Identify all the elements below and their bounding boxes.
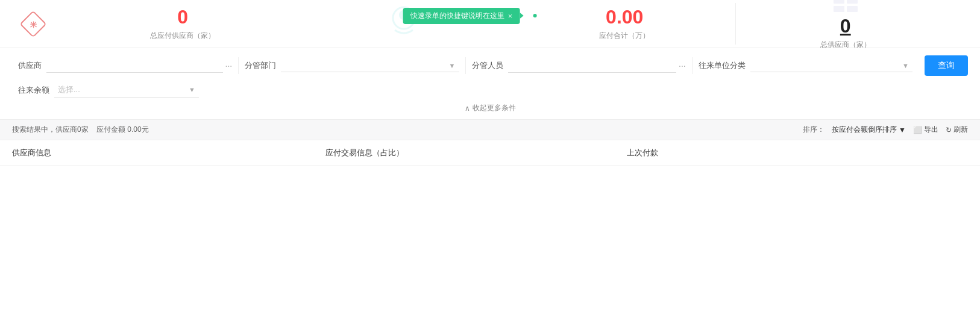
- refresh-icon: ↻: [946, 126, 952, 134]
- supplier-input[interactable]: [46, 58, 223, 73]
- refresh-button[interactable]: ↻ 刷新: [946, 125, 968, 135]
- stat-label-payable-total: 应付合计（万）: [599, 31, 650, 41]
- filter-bar: 供应商 ··· 分管部门 ▼ 分管人员 ··· 往来单位分类 ▼: [0, 48, 980, 120]
- svg-rect-6: [834, 6, 844, 12]
- unit-class-chevron-icon: ▼: [902, 62, 909, 69]
- sort-select[interactable]: 按应付会额倒序排序 ▼: [832, 125, 906, 135]
- collapse-label: 收起更多条件: [473, 103, 516, 113]
- tooltip-bubble: 快速录单的快捷键说明在这里 ×: [403, 8, 520, 24]
- department-label: 分管部门: [245, 60, 276, 71]
- stat-number-total-suppliers: 0: [840, 16, 851, 37]
- person-input[interactable]: [508, 58, 677, 73]
- result-text: 搜索结果中，供应商0家: [12, 125, 89, 134]
- filter-supplier: 供应商 ···: [12, 58, 238, 73]
- table-body: [0, 166, 980, 310]
- tooltip-close-button[interactable]: ×: [508, 11, 513, 20]
- stat-number-payable-suppliers: 0: [177, 7, 188, 28]
- sort-value: 按应付会额倒序排序: [832, 125, 897, 135]
- filter-row-1: 供应商 ··· 分管部门 ▼ 分管人员 ··· 往来单位分类 ▼: [12, 55, 968, 76]
- export-button[interactable]: ⬜ 导出: [913, 125, 938, 135]
- collapse-chevron-icon: ∧: [465, 104, 470, 113]
- tooltip-dot: [532, 13, 538, 19]
- stat-number-payable-total: 0.00: [606, 7, 643, 28]
- table-col-transaction-info: 应付交易信息（占比）: [325, 147, 627, 158]
- supplier-label: 供应商: [18, 60, 42, 71]
- sort-label: 排序：: [803, 125, 825, 135]
- supplier-dots-button[interactable]: ···: [225, 61, 233, 70]
- department-select[interactable]: ▼: [281, 60, 459, 72]
- tooltip-text: 快速录单的快捷键说明在这里: [410, 11, 504, 21]
- result-right: 排序： 按应付会额倒序排序 ▼ ⬜ 导出 ↻ 刷新: [803, 125, 968, 135]
- table-header: 供应商信息 应付交易信息（占比） 上次付款: [0, 140, 980, 166]
- filter-unit-class: 往来单位分类 ▼: [693, 60, 919, 72]
- svg-rect-7: [847, 6, 858, 12]
- filter-row-2: 往来余额 选择... ▼: [12, 82, 968, 98]
- stat-label-payable-suppliers: 总应付供应商（家）: [150, 31, 215, 41]
- collapse-button[interactable]: ∧ 收起更多条件: [465, 103, 516, 113]
- svg-rect-5: [847, 0, 858, 4]
- stat-total-payable-suppliers: 0 总应付供应商（家）: [24, 7, 294, 40]
- result-bar: 搜索结果中，供应商0家 应付金额 0.00元 排序： 按应付会额倒序排序 ▼ ⬜…: [0, 120, 980, 140]
- balance-label: 往来余额: [18, 85, 49, 96]
- table-col-last-payment: 上次付款: [627, 147, 968, 158]
- result-amount: 应付金额 0.00元: [96, 125, 149, 134]
- stat-total-suppliers: 0 总供应商（家）: [735, 0, 956, 50]
- department-chevron-icon: ▼: [449, 62, 456, 69]
- query-button[interactable]: 查询: [925, 55, 968, 76]
- result-summary: 搜索结果中，供应商0家 应付金额 0.00元: [12, 125, 149, 135]
- person-dots-button[interactable]: ···: [679, 61, 686, 70]
- filter-balance: 往来余额 选择... ▼: [12, 82, 205, 98]
- export-label: 导出: [924, 125, 938, 135]
- balance-select[interactable]: 选择... ▼: [54, 82, 199, 98]
- sort-chevron-icon: ▼: [899, 126, 906, 134]
- unit-class-select[interactable]: ▼: [750, 60, 912, 72]
- filter-person: 分管人员 ···: [466, 58, 692, 73]
- table-col-supplier-info: 供应商信息: [12, 147, 325, 158]
- suppliers-table-icon: [834, 0, 858, 13]
- stat-payable-total: 0.00 应付合计（万）: [514, 7, 735, 40]
- balance-chevron-icon: ▼: [189, 86, 195, 93]
- export-icon: ⬜: [913, 126, 922, 134]
- filter-department: 分管部门 ▼: [239, 60, 465, 72]
- refresh-label: 刷新: [953, 125, 968, 135]
- balance-placeholder: 选择...: [58, 84, 189, 95]
- stat-label-total-suppliers: 总供应商（家）: [820, 40, 871, 50]
- middle-section: 快速录单的快捷键说明在这里 ×: [294, 3, 515, 45]
- stats-bar: 米 0 总应付供应商（家） 快速录单的快捷键说明在这里 × 0.00 应付合计（…: [0, 0, 980, 48]
- unit-class-label: 往来单位分类: [699, 60, 746, 71]
- svg-rect-4: [834, 0, 844, 4]
- person-label: 分管人员: [472, 60, 503, 71]
